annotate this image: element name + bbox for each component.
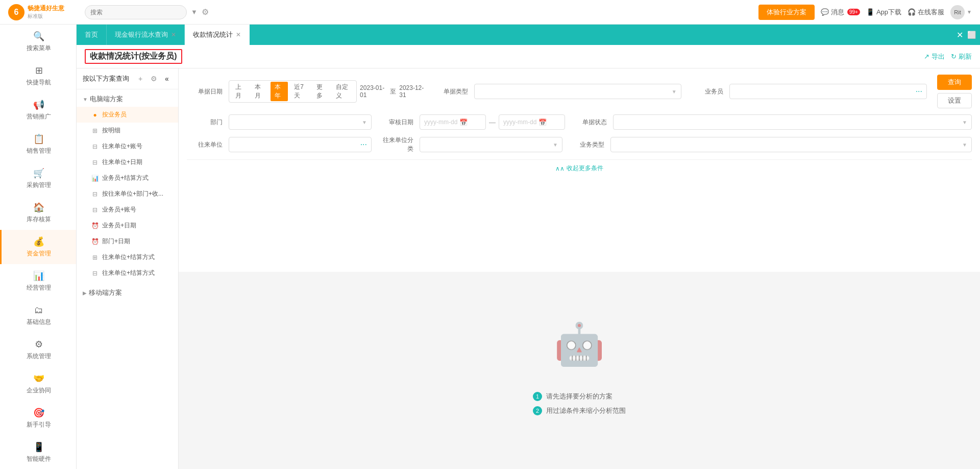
audit-date-from[interactable]: yyyy-mm-dd 📅 [420,114,486,130]
scheme-label-partner-settle2: 往来单位+结算方式 [102,269,155,277]
sidebar-item-finance[interactable]: 💰 资金管理 [0,230,76,264]
scheme-item-dept-date[interactable]: ⏰ 部门+日期 [77,233,178,249]
top-search-input[interactable] [85,5,187,19]
date-tab-this-month[interactable]: 本月 [251,82,268,101]
logo-area: 6 畅捷通好生意 标准版 [8,4,85,20]
main-layout: 🔍 搜索菜单 ⊞ 快捷导航 📢 营销推广 📋 销售管理 🛒 采购管理 🏠 库存核… [0,25,980,469]
marketing-icon: 📢 [33,99,44,110]
sidebar-item-enterprise[interactable]: 🤝 企业协同 [0,367,76,401]
online-service-action[interactable]: 🎧 在线客服 [908,8,944,17]
user-profile[interactable]: Rit ▼ [950,5,972,19]
scheme-item-sales-account[interactable]: ⊟ 业务员+账号 [77,202,178,218]
top-search-area: ▼ ⚙ [85,5,758,19]
salesperson-more-icon[interactable]: ··· [916,87,922,96]
partner-more-icon[interactable]: ··· [360,140,367,149]
collapse-label: 收起更多条件 [567,164,603,173]
home-tab-label: 首页 [85,30,98,39]
collection-stats-close-icon[interactable]: ✕ [236,31,241,38]
date-tab-custom[interactable]: 自定义 [332,82,354,101]
tab-bank-flow[interactable]: 现金银行流水查询 ✕ [107,25,185,45]
query-button[interactable]: 查询 [937,75,972,90]
sidebar-label-marketing: 营销推广 [27,112,51,121]
date-tabs: 上月 本月 本年 近7天 更多 自定义 [229,80,357,103]
messages-action[interactable]: 💬 消息 99+ [821,8,860,17]
app-name: 畅捷通好生意 [28,4,64,13]
sidebar-item-guide[interactable]: 🎯 新手引导 [0,401,76,435]
refresh-button[interactable]: ↻ 刷新 [951,52,972,61]
audit-to-calendar-icon[interactable]: 📅 [538,119,547,126]
sidebar-item-quick-nav[interactable]: ⊞ 快捷导航 [0,59,76,93]
collapse-up-icon: ∧∧ [555,165,565,172]
settings-button[interactable]: 设置 [937,93,972,108]
partner-dept-icon: ⊟ [91,190,99,198]
scheme-settings-icon[interactable]: ⚙ [149,74,159,84]
scheme-group-mobile: ▶ 移动端方案 [77,283,178,302]
tab-home[interactable]: 首页 [77,25,107,45]
scheme-group-desktop-header[interactable]: ▼ 电脑端方案 [77,91,178,107]
scheme-item-partner-dept-collect[interactable]: ⊟ 按往来单位+部门+收... [77,186,178,202]
scheme-header: 按以下方案查询 + ⚙ « [77,68,178,89]
scheme-item-by-salesperson[interactable]: ● 按业务员 [77,107,178,123]
sidebar-item-purchase[interactable]: 🛒 采购管理 [0,161,76,196]
sidebar-item-inventory[interactable]: 🏠 库存核算 [0,196,76,230]
scheme-item-partner-account[interactable]: ⊟ 往来单位+账号 [77,138,178,154]
business-type-select[interactable]: ▼ [610,137,972,152]
partner-select[interactable]: ··· [229,137,372,152]
partner-category-select[interactable]: ▼ [420,137,562,152]
sales-settle-icon: 📊 [91,174,99,182]
audit-from-calendar-icon[interactable]: 📅 [459,119,468,126]
doc-status-select[interactable]: ▼ [613,114,972,130]
filter-row-3: 往来单位 ··· 往来单位分类 ▼ 业务类型 [187,136,972,153]
bank-flow-close-icon[interactable]: ✕ [171,31,176,38]
search-dropdown-icon[interactable]: ▼ [191,8,198,16]
desktop-group-expand-icon: ▼ [83,97,88,102]
date-tab-this-year[interactable]: 本年 [271,82,288,101]
sidebar-item-smart-hw[interactable]: 📱 智能硬件 [0,435,76,469]
sidebar-item-sales[interactable]: 📋 销售管理 [0,127,76,161]
scheme-label-partner-account: 往来单位+账号 [102,142,142,151]
audit-date-filter: yyyy-mm-dd 📅 — yyyy-mm-dd 📅 [420,114,565,130]
std-badge: 标准版 [28,13,64,20]
doc-status-label: 单据状态 [571,118,607,127]
dept-select[interactable]: ▼ [229,114,372,130]
scheme-collapse-icon[interactable]: « [162,74,172,84]
date-tab-more[interactable]: 更多 [312,82,330,101]
date-tab-prev-month[interactable]: 上月 [231,82,249,101]
sidebar-item-search[interactable]: 🔍 搜索菜单 [0,25,76,59]
sidebar-item-system[interactable]: ⚙ 系统管理 [0,333,76,367]
settings-icon[interactable]: ⚙ [202,7,209,17]
date-tab-last7[interactable]: 近7天 [290,82,310,101]
scheme-item-sales-settle[interactable]: 📊 业务员+结算方式 [77,170,178,186]
collapse-bar[interactable]: ∧∧ 收起更多条件 [187,159,972,177]
tab-close-window-icon[interactable]: ✕ [957,30,963,40]
finance-icon: 💰 [33,236,44,247]
dept-label: 部门 [187,118,223,127]
step-num-2: 2 [533,406,542,415]
scheme-item-sales-date[interactable]: ⏰ 业务员+日期 [77,218,178,233]
scheme-add-icon[interactable]: + [135,74,145,84]
date-range-sep: 至 [390,87,396,96]
scheme-label-partner-settle1: 往来单位+结算方式 [102,253,155,262]
salesperson-select[interactable]: ··· [729,84,927,99]
message-label: 消息 [831,8,844,17]
trial-button[interactable]: 体验行业方案 [758,5,815,20]
scheme-group-mobile-header[interactable]: ▶ 移动端方案 [77,285,178,300]
tab-maximize-icon[interactable]: ⬜ [967,31,976,39]
scheme-item-by-detail[interactable]: ⊞ 按明细 [77,123,178,138]
app-download-action[interactable]: 📱 App下载 [866,8,901,17]
sidebar-item-operations[interactable]: 📊 经营管理 [0,264,76,298]
system-icon: ⚙ [33,339,44,350]
scheme-item-partner-date[interactable]: ⊟ 往来单位+日期 [77,154,178,170]
scheme-item-partner-settle1[interactable]: ⊞ 往来单位+结算方式 [77,249,178,265]
audit-date-to[interactable]: yyyy-mm-dd 📅 [499,114,565,130]
partner-settle1-icon: ⊞ [91,253,99,262]
audit-date-label: 审核日期 [378,118,413,127]
sidebar-item-marketing[interactable]: 📢 营销推广 [0,93,76,127]
scheme-item-partner-settle2[interactable]: ⊟ 往来单位+结算方式 [77,265,178,281]
scheme-label-salesperson: 按业务员 [102,110,127,119]
scheme-label-sales-account: 业务员+账号 [102,205,136,214]
tab-collection-stats[interactable]: 收款情况统计 ✕ [185,25,250,45]
sidebar-item-basic-info[interactable]: 🗂 基础信息 [0,298,76,333]
doc-type-select[interactable]: ▼ [474,84,681,99]
export-button[interactable]: ↗ 导出 [924,52,945,61]
